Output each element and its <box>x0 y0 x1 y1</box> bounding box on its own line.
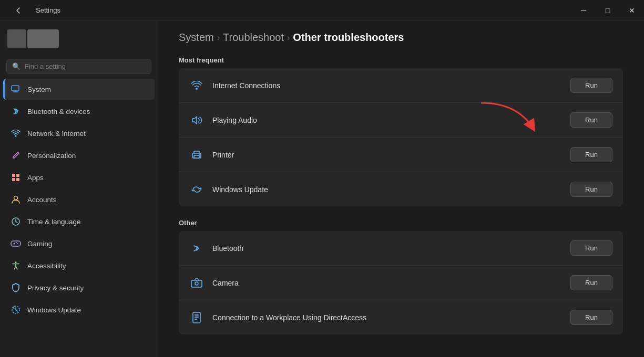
item-label-audio: Playing Audio <box>212 116 562 124</box>
sidebar-item-network[interactable]: Network & internet <box>3 123 155 144</box>
item-label-winupdate: Windows Update <box>212 185 562 194</box>
run-audio-button[interactable]: Run <box>570 112 612 128</box>
svg-rect-5 <box>16 178 19 181</box>
svg-point-11 <box>15 261 17 263</box>
breadcrumb-sep1: › <box>217 33 220 43</box>
svg-rect-2 <box>12 174 15 177</box>
sidebar-item-label-apps: Apps <box>27 174 44 182</box>
close-button[interactable]: ✕ <box>620 0 644 21</box>
svg-rect-21 <box>195 314 199 316</box>
run-bluetooth-button[interactable]: Run <box>570 240 612 256</box>
camera-item-icon <box>189 276 204 290</box>
sidebar-item-system[interactable]: System <box>3 79 155 100</box>
printer-icon <box>189 148 204 162</box>
sidebar-item-label-privacy: Privacy & security <box>27 284 84 292</box>
personalization-icon <box>11 150 21 161</box>
run-winupdate-button[interactable]: Run <box>570 182 612 197</box>
main-content: System › Troubleshoot › Other troublesho… <box>158 21 644 357</box>
app-layout: 🔍 System Bluetooth & devices <box>0 21 644 357</box>
sidebar-item-privacy[interactable]: Privacy & security <box>3 277 155 298</box>
item-printer: Printer Run <box>179 138 623 172</box>
sidebar-item-label-bluetooth: Bluetooth & devices <box>27 108 90 116</box>
sidebar-item-label-accessibility: Accessibility <box>27 262 66 270</box>
run-internet-button[interactable]: Run <box>570 78 612 93</box>
sidebar-item-personalization[interactable]: Personalization <box>3 145 155 166</box>
apps-icon <box>11 172 21 183</box>
directaccess-item-icon <box>189 310 204 325</box>
app-title: Settings <box>36 6 60 14</box>
section-title-other: Other <box>179 219 623 227</box>
section-title-frequent: Most frequent <box>179 56 623 64</box>
item-bluetooth: Bluetooth Run <box>179 231 623 266</box>
network-icon <box>11 128 21 139</box>
titlebar: Settings ─ □ ✕ <box>0 0 644 21</box>
run-camera-button[interactable]: Run <box>570 275 612 290</box>
sidebar-item-label-personalization: Personalization <box>27 152 76 160</box>
item-internet: Internet Connections Run <box>179 68 623 103</box>
back-button[interactable] <box>6 0 30 21</box>
sidebar-item-label-gaming: Gaming <box>27 240 52 248</box>
sidebar-item-accessibility[interactable]: Accessibility <box>3 255 155 276</box>
sidebar-item-label-accounts: Accounts <box>27 196 57 204</box>
svg-rect-8 <box>11 241 21 246</box>
internet-icon <box>189 78 204 93</box>
time-icon <box>11 216 21 227</box>
item-directaccess: Connection to a Workplace Using DirectAc… <box>179 300 623 334</box>
breadcrumb-troubleshoot: Troubleshoot <box>223 32 284 44</box>
svg-rect-23 <box>195 319 197 320</box>
sidebar: 🔍 System Bluetooth & devices <box>0 21 158 357</box>
sidebar-item-bluetooth[interactable]: Bluetooth & devices <box>3 101 155 122</box>
svg-rect-18 <box>191 280 202 287</box>
svg-point-9 <box>17 243 18 244</box>
frequent-list: Internet Connections Run Playing Audio <box>179 68 623 206</box>
avatar <box>7 29 26 48</box>
item-audio: Playing Audio Run <box>179 103 623 138</box>
breadcrumb-sep2: › <box>287 33 290 43</box>
sidebar-item-label-update: Windows Update <box>27 306 81 314</box>
avatar-blurred <box>27 29 59 48</box>
run-printer-button[interactable]: Run <box>570 147 612 162</box>
search-input[interactable] <box>25 62 146 70</box>
winupdate-icon <box>189 182 204 197</box>
svg-point-6 <box>14 196 18 200</box>
sidebar-item-update[interactable]: Windows Update <box>3 299 155 320</box>
svg-rect-4 <box>12 178 15 181</box>
titlebar-left: Settings <box>6 0 60 21</box>
search-bar[interactable]: 🔍 <box>6 59 151 74</box>
svg-rect-3 <box>16 174 19 177</box>
breadcrumb-current: Other troubleshooters <box>293 32 404 44</box>
sidebar-item-label-time: Time & language <box>27 218 81 226</box>
sidebar-item-accounts[interactable]: Accounts <box>3 189 155 210</box>
run-directaccess-button[interactable]: Run <box>570 310 612 325</box>
window-controls: ─ □ ✕ <box>571 0 644 21</box>
search-icon: 🔍 <box>12 62 21 70</box>
gaming-icon <box>11 238 21 249</box>
svg-rect-22 <box>195 317 199 318</box>
sidebar-item-apps[interactable]: Apps <box>3 167 155 188</box>
item-winupdate: Windows Update Run <box>179 172 623 206</box>
maximize-button[interactable]: □ <box>596 0 620 21</box>
sidebar-item-time[interactable]: Time & language <box>3 211 155 232</box>
item-label-internet: Internet Connections <box>212 81 562 90</box>
item-label-camera: Camera <box>212 279 562 287</box>
avatar-container <box>7 29 59 48</box>
item-label-bluetooth: Bluetooth <box>212 244 562 253</box>
other-list: Bluetooth Run Camera Run <box>179 231 623 334</box>
item-label-directaccess: Connection to a Workplace Using DirectAc… <box>212 313 562 322</box>
accessibility-icon <box>11 260 21 271</box>
profile-area <box>0 21 158 57</box>
accounts-icon <box>11 194 21 205</box>
svg-rect-16 <box>194 155 199 158</box>
sidebar-item-gaming[interactable]: Gaming <box>3 233 155 254</box>
sidebar-item-label-system: System <box>27 86 51 93</box>
svg-rect-0 <box>12 86 19 91</box>
bluetooth-item-icon <box>189 241 204 256</box>
item-camera: Camera Run <box>179 266 623 300</box>
bluetooth-icon <box>11 106 21 117</box>
privacy-icon <box>11 282 21 293</box>
breadcrumb-system: System <box>179 32 214 44</box>
sidebar-item-label-network: Network & internet <box>27 130 86 138</box>
item-label-printer: Printer <box>212 151 562 159</box>
minimize-button[interactable]: ─ <box>571 0 596 21</box>
audio-icon <box>189 113 204 128</box>
